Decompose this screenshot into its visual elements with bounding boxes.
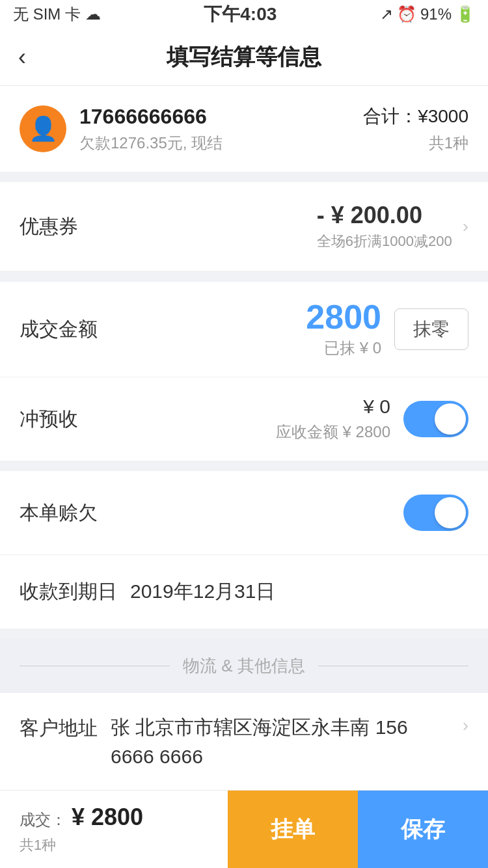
logistics-line-right [318, 666, 468, 666]
battery-icon: 🔋 [455, 5, 475, 23]
status-time: 下午4:03 [204, 2, 277, 27]
battery-level: 91% [420, 5, 452, 23]
duedate-row: 收款到期日 2019年12月31日 [0, 555, 488, 629]
logistics-text: 物流 & 其他信息 [183, 655, 305, 677]
customer-phone: 17666666666 [79, 105, 223, 129]
chevron-right-icon: › [463, 216, 468, 237]
nav-bar: ‹ 填写结算等信息 [0, 29, 488, 86]
content-area: 👤 17666666666 欠款1276.35元, 现结 合计：¥3000 共1… [0, 86, 488, 868]
address-row[interactable]: 客户地址 张 北京市市辖区海淀区永丰南 156 6666 6666 › [0, 693, 488, 791]
logistics-line-left [20, 666, 170, 666]
address-chevron-icon: › [463, 715, 468, 736]
transaction-value: 2800 [306, 300, 381, 334]
alarm-icon: ⏰ [397, 5, 416, 23]
customer-right: 合计：¥3000 共1种 [363, 104, 468, 154]
customer-info: 17666666666 欠款1276.35元, 现结 [79, 105, 223, 154]
coupon-row[interactable]: 优惠券 - ¥ 200.00 全场6折满1000减200 › [0, 182, 488, 271]
coupon-amount: - ¥ 200.00 [317, 202, 452, 229]
customer-card: 👤 17666666666 欠款1276.35元, 现结 合计：¥3000 共1… [0, 86, 488, 172]
divider-4 [0, 629, 488, 639]
page-title: 填写结算等信息 [167, 42, 321, 72]
sim-status: 无 SIM 卡 ☁ [13, 4, 101, 25]
divider-3 [0, 461, 488, 471]
address-chevron: › [452, 712, 468, 736]
bottom-bar: 成交： ¥ 2800 共1种 挂单 保存 [0, 790, 488, 868]
prepay-value: ¥ 0 [276, 396, 390, 418]
customer-left: 👤 17666666666 欠款1276.35元, 现结 [20, 105, 223, 154]
coupon-sub: 全场6折满1000减200 [317, 232, 452, 251]
save-button[interactable]: 保存 [358, 791, 488, 869]
divider-1 [0, 172, 488, 182]
avatar-icon: 👤 [29, 115, 58, 142]
customer-count: 共1种 [363, 133, 468, 154]
transaction-sub: 已抹 ¥ 0 [306, 338, 381, 359]
bottom-summary: 成交： ¥ 2800 共1种 [0, 804, 228, 855]
duedate-label: 收款到期日 [20, 578, 117, 605]
bottom-amount: ¥ 2800 [72, 804, 143, 831]
prepay-row: 冲预收 ¥ 0 应收金额 ¥ 2800 [0, 377, 488, 461]
credit-row: 本单赊欠 [0, 471, 488, 555]
customer-total: 合计：¥3000 [363, 104, 468, 129]
logistics-header: 物流 & 其他信息 [0, 639, 488, 693]
transaction-row: 成交金额 2800 已抹 ¥ 0 抹零 [0, 282, 488, 377]
credit-toggle[interactable] [403, 495, 468, 531]
transaction-section: 成交金额 2800 已抹 ¥ 0 抹零 [0, 282, 488, 377]
avatar: 👤 [20, 105, 66, 152]
prepay-sub: 应收金额 ¥ 2800 [276, 422, 390, 442]
divider-2 [0, 271, 488, 282]
prepay-toggle[interactable] [403, 401, 468, 437]
transaction-label: 成交金额 [20, 316, 98, 343]
status-bar: 无 SIM 卡 ☁ 下午4:03 ↗ ⏰ 91% 🔋 [0, 0, 488, 29]
address-label: 客户地址 [20, 712, 98, 742]
status-right: ↗ ⏰ 91% 🔋 [380, 5, 475, 23]
bottom-trans-label: 成交： [20, 809, 66, 830]
customer-debt: 欠款1276.35元, 现结 [79, 133, 223, 154]
status-left: 无 SIM 卡 ☁ [13, 4, 101, 25]
credit-label: 本单赊欠 [20, 500, 98, 526]
address-value: 张 北京市市辖区海淀区永丰南 156 6666 6666 [111, 712, 452, 771]
round-button[interactable]: 抹零 [394, 308, 468, 350]
location-icon: ↗ [380, 5, 393, 23]
prepay-label: 冲预收 [20, 406, 78, 433]
hold-button[interactable]: 挂单 [228, 791, 358, 869]
coupon-label: 优惠券 [20, 213, 78, 240]
duedate-value: 2019年12月31日 [130, 578, 275, 605]
bottom-count: 共1种 [20, 835, 208, 855]
back-button[interactable]: ‹ [18, 44, 26, 71]
coupon-right: - ¥ 200.00 全场6折满1000减200 › [317, 202, 468, 251]
